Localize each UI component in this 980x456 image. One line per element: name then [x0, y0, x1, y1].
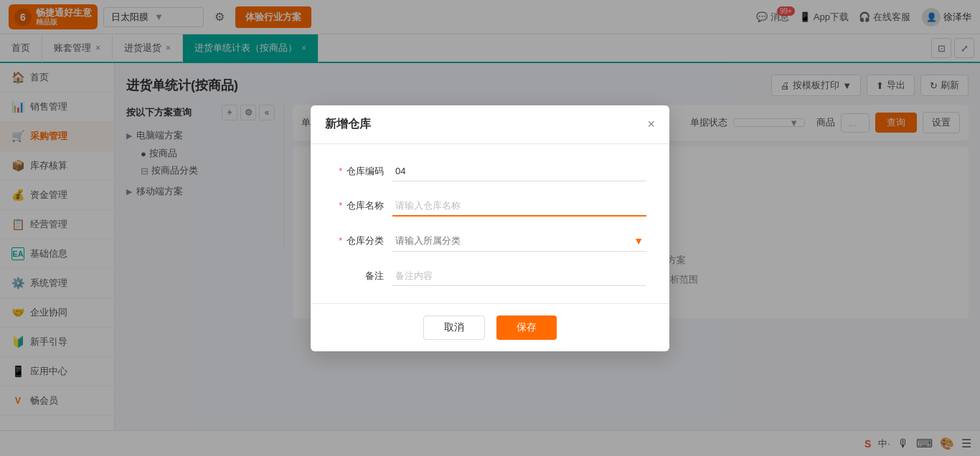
modal-close-icon[interactable]: ×	[647, 117, 655, 132]
form-row-category: * 仓库分类 ▼	[334, 231, 646, 252]
modal-title: 新增仓库	[325, 117, 371, 132]
form-row-note: 备注	[334, 266, 646, 286]
modal-footer: 取消 保存	[311, 303, 669, 351]
modal-overlay: 新增仓库 × * 仓库编码 * 仓库名称 * 仓库分	[0, 0, 980, 456]
category-dropdown-icon[interactable]: ▼	[633, 235, 644, 247]
name-input[interactable]	[392, 196, 646, 217]
name-label: * 仓库名称	[334, 199, 384, 212]
code-label: * 仓库编码	[334, 165, 384, 178]
code-input[interactable]	[392, 161, 646, 181]
form-row-code: * 仓库编码	[334, 161, 646, 181]
form-row-name: * 仓库名称	[334, 196, 646, 217]
category-label: * 仓库分类	[334, 234, 384, 247]
note-input[interactable]	[392, 266, 646, 286]
category-input[interactable]	[395, 235, 633, 246]
cancel-button[interactable]: 取消	[423, 315, 485, 340]
note-label: 备注	[334, 270, 384, 282]
category-select[interactable]: ▼	[392, 231, 646, 252]
add-warehouse-modal: 新增仓库 × * 仓库编码 * 仓库名称 * 仓库分	[311, 105, 669, 351]
modal-body: * 仓库编码 * 仓库名称 * 仓库分类 ▼	[311, 144, 669, 303]
modal-header: 新增仓库 ×	[311, 105, 669, 144]
save-button[interactable]: 保存	[496, 315, 557, 340]
